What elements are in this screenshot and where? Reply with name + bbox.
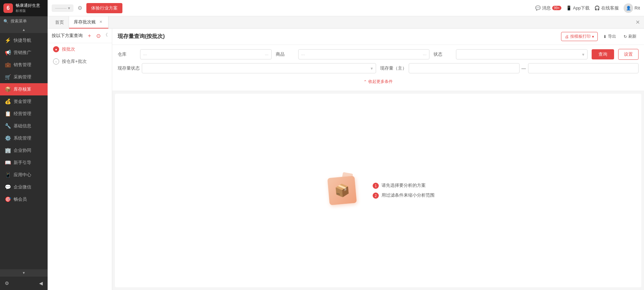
tabbar: 首页 库存批次账 ✕ ✕ — [48, 16, 644, 29]
sidebar-item-member[interactable]: 🎯 畅会员 — [0, 193, 48, 205]
tab-home[interactable]: 首页 — [50, 16, 69, 29]
query-button[interactable]: 查询 — [592, 49, 614, 59]
page-title: 现存量查询(按批次) — [118, 33, 165, 40]
export-button[interactable]: ⬇ 导出 — [601, 32, 618, 41]
warehouse-batch-icon: ○ — [53, 58, 59, 65]
topbar: ──── ▾ ⚙ 体验行业方案 💬 消息 99+ 📱 App下载 🎧 在线客服 … — [48, 0, 644, 16]
warehouse-condition: 仓库 ··· ··· — [118, 49, 272, 59]
hint-item-1: 1 请先选择要分析的方案 — [373, 182, 435, 189]
tab-inventory-batch[interactable]: 库存批次账 ✕ — [69, 16, 108, 29]
tab-close-icon[interactable]: ✕ — [98, 19, 103, 25]
online-service-button[interactable]: 🎧 在线客服 — [594, 5, 619, 11]
sidebar-item-basic[interactable]: 🔧 基础信息 — [0, 120, 48, 132]
sidebar-scroll-down[interactable]: ▼ — [0, 269, 48, 276]
quick-nav-icon: ⚡ — [5, 37, 11, 43]
sidebar-item-appstore[interactable]: 📱 应用中心 — [0, 169, 48, 181]
basic-icon: 🔧 — [5, 123, 11, 129]
hint-text-1: 请先选择要分析的方案 — [382, 182, 426, 188]
hint-text-2: 用过滤条件来缩小分析范围 — [382, 192, 435, 198]
sidebar-item-finance[interactable]: 💰 资金管理 — [0, 95, 48, 108]
appstore-icon: 📱 — [5, 172, 11, 178]
warehouse-input-placeholder: ··· — [143, 52, 147, 57]
sidebar-app-subtitle: 标准版 — [16, 8, 40, 13]
filter-collapse-button[interactable]: 《 — [103, 32, 108, 39]
batch-icon: ● — [53, 46, 59, 52]
message-icon: 💬 — [535, 5, 541, 11]
sidebar-collapse-button[interactable]: ◀ — [38, 279, 44, 287]
status-label: 状态 — [434, 51, 454, 57]
sidebar-item-wechat[interactable]: 💬 企业微信 — [0, 181, 48, 193]
marketing-icon: 📢 — [5, 50, 11, 56]
status-select[interactable]: ▾ — [456, 49, 588, 59]
operation-icon: 📋 — [5, 111, 11, 117]
messages-badge: 99+ — [552, 6, 561, 10]
hint-item-2: 2 用过滤条件来缩小分析范围 — [373, 192, 435, 199]
sidebar-item-purchase[interactable]: 🛒 采购管理 — [0, 71, 48, 83]
user-menu[interactable]: 👤 Rit — [624, 3, 640, 13]
sidebar: 6 畅康通好生意 标准版 🔍 搜索菜单 ▲ ⚡ 快捷导航 📢 营销推广 💼 销售… — [0, 0, 48, 290]
conditions-row-2: 现存量状态 ▾ 现存量（主） — — [118, 63, 639, 73]
empty-box: 📦 — [327, 176, 357, 205]
inventory-icon: 📦 — [5, 86, 11, 92]
empty-hints: 1 请先选择要分析的方案 2 用过滤条件来缩小分析范围 — [373, 182, 435, 199]
query-area: 现存量查询(按批次) 🖨 按模板打印 ▾ ⬇ 导出 ↻ 刷新 — [112, 29, 644, 290]
sidebar-search[interactable]: 🔍 搜索菜单 — [0, 16, 48, 26]
tabbar-close-icon[interactable]: ✕ — [634, 18, 641, 27]
sidebar-item-operation[interactable]: 📋 经营管理 — [0, 108, 48, 120]
collapse-arrow-icon: ⌃ — [363, 79, 367, 84]
goods-input-placeholder: ··· — [301, 52, 305, 57]
query-header: 现存量查询(按批次) 🖨 按模板打印 ▾ ⬇ 导出 ↻ 刷新 — [112, 29, 644, 45]
filter-item-by-batch[interactable]: ● 按批次 — [48, 43, 112, 55]
sidebar-item-quick-nav[interactable]: ⚡ 快捷导航 — [0, 34, 48, 47]
sidebar-app-title: 畅康通好生意 — [16, 3, 40, 8]
sidebar-item-inventory[interactable]: 📦 库存核算 — [0, 83, 48, 95]
page-content: 按以下方案查询 ＋ ⊙ 《 ● 按批次 ○ 按仓库+批次 现存量查询(按批次) — [48, 29, 644, 290]
sidebar-item-marketing[interactable]: 📢 营销推广 — [0, 47, 48, 59]
export-icon: ⬇ — [603, 34, 607, 39]
stock-qty-label: 现存量（主） — [380, 65, 407, 71]
sidebar-item-enterprise[interactable]: 🏢 企业协同 — [0, 144, 48, 157]
purchase-icon: 🛒 — [5, 74, 11, 80]
goods-input-dots-icon: ··· — [423, 52, 427, 57]
warehouse-input[interactable]: ··· ··· — [140, 49, 272, 59]
search-icon: 🔍 — [3, 19, 9, 24]
empty-state: 📦 1 请先选择要分析的方案 2 用过滤条件来缩小分析范围 — [115, 94, 641, 287]
stock-qty-dash: — — [522, 66, 526, 71]
printer-icon: 🖨 — [565, 34, 569, 39]
stock-status-select[interactable]: ▾ — [142, 63, 376, 73]
goods-label: 商品 — [276, 51, 296, 57]
system-icon: ⚙️ — [5, 135, 11, 141]
sidebar-item-sales[interactable]: 💼 销售管理 — [0, 59, 48, 71]
filter-item-by-warehouse-batch[interactable]: ○ 按仓库+批次 — [48, 55, 112, 68]
stock-qty-min-input[interactable] — [409, 63, 520, 73]
filter-settings-button[interactable]: ⊙ — [95, 32, 102, 39]
refresh-button[interactable]: ↻ 刷新 — [622, 32, 639, 41]
search-conditions: 仓库 ··· ··· 商品 ··· ··· 状态 — [112, 45, 644, 91]
trial-btn[interactable]: 体验行业方案 — [86, 3, 122, 13]
stock-qty-max-input[interactable] — [528, 63, 639, 73]
filter-add-button[interactable]: ＋ — [86, 32, 93, 39]
filter-panel-header: 按以下方案查询 ＋ ⊙ 《 — [48, 29, 112, 43]
refresh-icon: ↻ — [624, 34, 627, 39]
messages-button[interactable]: 💬 消息 99+ — [535, 5, 561, 11]
sidebar-item-system[interactable]: ⚙️ 系统管理 — [0, 132, 48, 144]
filter-panel-title: 按以下方案查询 — [52, 33, 83, 39]
finance-icon: 💰 — [5, 98, 11, 105]
sidebar-footer: ⚙ ◀ — [0, 276, 48, 290]
empty-illustration: 📦 — [322, 170, 362, 211]
filter-by-batch-label: 按批次 — [62, 46, 75, 52]
status-condition: 状态 ▾ — [434, 49, 588, 59]
collapse-conditions-button[interactable]: ⌃ 收起更多条件 — [118, 77, 639, 87]
topbar-gear-icon[interactable]: ⚙ — [76, 3, 84, 13]
guide-icon: 📖 — [5, 160, 11, 166]
goods-condition: 商品 ··· ··· — [276, 49, 430, 59]
sidebar-item-guide[interactable]: 📖 新手引导 — [0, 157, 48, 169]
print-button[interactable]: 🖨 按模板打印 ▾ — [561, 32, 598, 41]
app-download-button[interactable]: 📱 App下载 — [566, 5, 590, 11]
topbar-breadcrumb[interactable]: ──── ▾ — [52, 4, 73, 12]
settings-button[interactable]: 设置 — [618, 49, 639, 60]
stock-status-arrow-icon: ▾ — [371, 66, 373, 71]
goods-input[interactable]: ··· ··· — [298, 49, 430, 59]
sidebar-scroll-up[interactable]: ▲ — [0, 26, 48, 33]
sidebar-settings-button[interactable]: ⚙ — [3, 279, 11, 287]
